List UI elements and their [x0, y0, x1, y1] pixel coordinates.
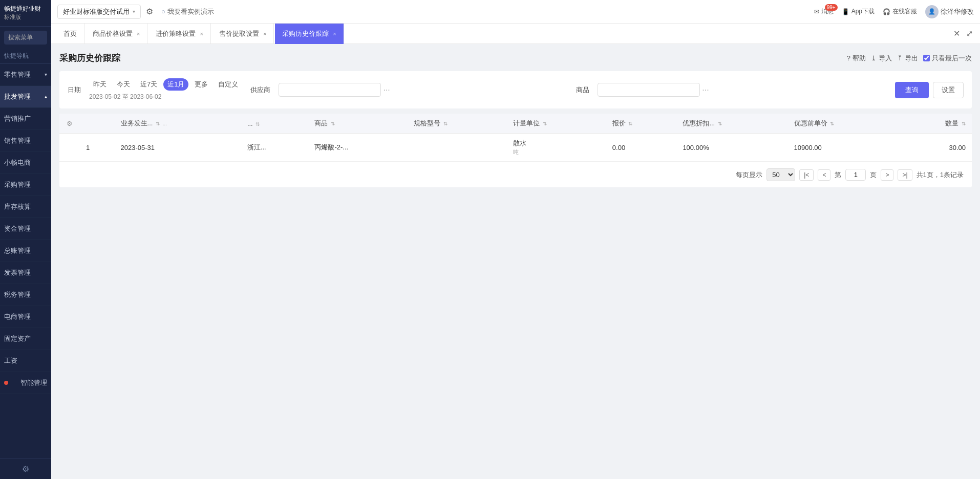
export-label: 导出	[905, 54, 918, 63]
user-label: 徐泽华修改	[941, 7, 974, 16]
close-tab-button[interactable]: ✕	[951, 28, 962, 39]
user-menu[interactable]: 👤 徐泽华修改	[925, 5, 974, 18]
sort-icon: ⇅	[443, 121, 448, 126]
sidebar-item-label: 固定资产	[4, 334, 31, 343]
supplier-input[interactable]	[279, 83, 381, 97]
tab-label: 首页	[63, 29, 77, 38]
sidebar-item-smart[interactable]: 智能管理	[0, 372, 51, 394]
row-unit: 散水吨	[507, 134, 606, 162]
last-only-checkbox-label[interactable]: 只看最后一次	[923, 54, 972, 63]
sort-icon: ⇅	[718, 121, 722, 126]
row-pre-discount-price: 10900.00	[788, 134, 902, 162]
row-settings	[59, 134, 80, 162]
date-btn-yesterday[interactable]: 昨天	[89, 78, 111, 91]
sidebar-item-inventory[interactable]: 库存核算	[0, 196, 51, 218]
message-badge: 99+	[825, 4, 838, 11]
tab-purchase-strategy[interactable]: 进价策略设置 ×	[148, 24, 210, 44]
sort-icon: ⇅	[830, 121, 834, 126]
filter-panel: 日期 昨天 今天 近7天 近1月 更多 自定义 2023-05-02 至 202…	[59, 71, 972, 108]
page-header-actions: ? 帮助 ⤓ 导入 ⤒ 导出 只看最后一次	[847, 54, 972, 63]
sidebar-item-sales[interactable]: 销售管理	[0, 130, 51, 152]
chevron-down-icon: ▾	[133, 9, 135, 14]
tab-label: 进价策略设置	[156, 29, 196, 38]
prev-page-button[interactable]: <	[818, 169, 830, 181]
page-label: 第	[835, 170, 841, 180]
row-product: 丙烯酸-2-...	[308, 134, 408, 162]
sidebar-logo: 畅捷通好业财 标准版	[0, 0, 51, 27]
play-icon: ○	[161, 8, 165, 15]
filter-icon[interactable]: ...	[163, 121, 167, 126]
gear-icon[interactable]: ⚙	[22, 464, 29, 474]
sidebar-item-finance[interactable]: 资金管理	[0, 218, 51, 240]
table-settings-icon[interactable]: ⚙	[67, 120, 73, 127]
sidebar-item-tax[interactable]: 税务管理	[0, 284, 51, 306]
close-icon[interactable]: ×	[200, 31, 203, 37]
col-header-quantity: 数量 ⇅	[901, 114, 972, 134]
close-icon[interactable]: ×	[137, 31, 140, 37]
date-filter-buttons: 昨天 今天 近7天 近1月 更多 自定义 2023-05-02 至 2023-0…	[89, 78, 242, 101]
expand-tab-button[interactable]: ⤢	[964, 28, 975, 39]
row-spec	[408, 134, 507, 162]
col-header-discount: 优惠折扣... ⇅	[676, 114, 787, 134]
query-button[interactable]: 查询	[895, 82, 929, 98]
next-page-button[interactable]: >	[881, 169, 893, 181]
product-more-icon[interactable]: ···	[702, 85, 709, 95]
sidebar-item-marketing[interactable]: 营销推广	[0, 108, 51, 130]
page-unit: 页	[870, 170, 877, 180]
sidebar-item-payroll[interactable]: 工资	[0, 350, 51, 372]
close-icon[interactable]: ×	[263, 31, 266, 37]
demo-button[interactable]: ○ 我要看实例演示	[161, 7, 214, 16]
tab-home[interactable]: 首页	[56, 24, 84, 44]
product-input[interactable]	[598, 83, 700, 97]
col-header-supplier: ... ⇅	[241, 114, 309, 134]
last-only-checkbox[interactable]	[923, 55, 930, 61]
close-icon[interactable]: ×	[333, 31, 336, 37]
page-title: 采购历史价跟踪	[59, 52, 120, 64]
tab-product-price[interactable]: 商品价格设置 ×	[86, 24, 147, 44]
sidebar-search-button[interactable]: 搜索菜单	[4, 31, 47, 45]
row-price: 0.00	[606, 134, 677, 162]
settings-button[interactable]: 设置	[933, 82, 964, 98]
date-btn-7days[interactable]: 近7天	[136, 78, 161, 91]
tab-purchase-history[interactable]: 采购历史价跟踪 ×	[275, 24, 344, 44]
supplier-more-icon[interactable]: ···	[383, 85, 390, 95]
settings-icon[interactable]: ⚙	[146, 7, 153, 16]
sidebar-item-label: 采购管理	[4, 180, 31, 189]
sidebar-item-purchase[interactable]: 采购管理	[0, 174, 51, 196]
app-download-button[interactable]: 📱 App下载	[842, 7, 875, 16]
chevron-up-icon: ▴	[45, 94, 47, 99]
sidebar-item-invoice[interactable]: 发票管理	[0, 262, 51, 284]
tab-sale-price[interactable]: 售价提取设置 ×	[212, 24, 274, 44]
sidebar-item-ledger[interactable]: 总账管理	[0, 240, 51, 262]
sidebar-quicknav[interactable]: 快捷导航	[0, 49, 51, 64]
sort-icon: ⇅	[255, 121, 260, 127]
per-page-select[interactable]: 50 100 200	[766, 168, 795, 181]
app-logo-text: 畅捷通好业财	[4, 5, 41, 13]
online-service-button[interactable]: 🎧 在线客服	[883, 7, 917, 16]
sidebar-item-wholesale[interactable]: 批发管理 ▴	[0, 86, 51, 108]
tab-actions: ✕ ⤢	[951, 28, 975, 39]
sidebar-item-label: 税务管理	[4, 290, 31, 299]
first-page-button[interactable]: |<	[799, 169, 814, 181]
import-button[interactable]: ⤓ 导入	[871, 54, 892, 63]
sidebar-item-assets[interactable]: 固定资产	[0, 328, 51, 350]
message-button[interactable]: ✉ 99+ 消息	[814, 7, 834, 16]
app-logo-badge: 标准版	[4, 13, 41, 21]
sidebar-item-retail[interactable]: 零售管理 ▾	[0, 64, 51, 86]
page-input[interactable]	[845, 169, 866, 181]
per-page-label: 每页显示	[736, 170, 762, 180]
sidebar-item-ecommerce[interactable]: 电商管理	[0, 306, 51, 328]
date-btn-more[interactable]: 更多	[190, 78, 212, 91]
sidebar-item-ecommerce-small[interactable]: 小畅电商	[0, 152, 51, 174]
help-button[interactable]: ? 帮助	[847, 54, 866, 63]
date-btn-1month[interactable]: 近1月	[163, 78, 188, 91]
version-selector[interactable]: 好业财标准版交付试用 ▾	[57, 5, 141, 19]
last-page-button[interactable]: >|	[898, 169, 912, 181]
date-btn-custom[interactable]: 自定义	[214, 78, 242, 91]
sidebar-item-label: 库存核算	[4, 202, 31, 211]
export-button[interactable]: ⤒ 导出	[897, 54, 918, 63]
date-btn-today[interactable]: 今天	[113, 78, 134, 91]
demo-label: 我要看实例演示	[167, 7, 214, 16]
help-label: 帮助	[853, 54, 866, 63]
date-btns-row: 昨天 今天 近7天 近1月 更多 自定义	[89, 78, 242, 91]
